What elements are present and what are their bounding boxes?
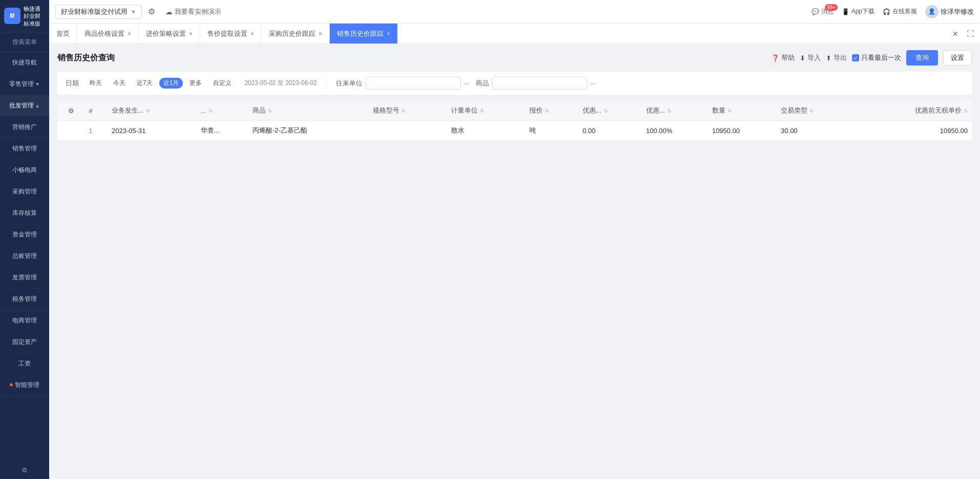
avatar: 👤 [925, 5, 939, 18]
date-btn-more[interactable]: 更多 [185, 77, 206, 89]
page-title: 销售历史价查询 [57, 53, 115, 63]
gear-icon: ⚙ [68, 107, 74, 115]
page-actions: ❓ 帮助 ⬇ 导入 ⬆ 导出 ✓ 只看最后一次 查询 设置 [771, 50, 972, 66]
date-btn-today[interactable]: 今天 [109, 77, 130, 89]
sidebar-item-ecommerce[interactable]: 电商管理 [0, 310, 49, 332]
sidebar-search[interactable]: 搜索菜单 [0, 33, 49, 52]
row-gear [57, 121, 85, 141]
col-header-product[interactable]: 商品 ⇅ [248, 101, 369, 121]
sort-icon-product: ⇅ [268, 108, 272, 114]
user-menu[interactable]: 👤 徐泽华修改 [925, 5, 974, 18]
tab-purchase-history[interactable]: 采购历史价跟踪 × [262, 24, 330, 44]
import-link[interactable]: ⬇ 导入 [800, 53, 821, 62]
sidebar-item-invoice[interactable]: 发票管理 [0, 267, 49, 289]
app-download-button[interactable]: 📱 App下载 [842, 7, 875, 16]
col-header-quantity[interactable]: 数量 ⇅ [708, 101, 777, 121]
product-input[interactable] [492, 77, 587, 90]
col-header-discount-rate[interactable]: 优惠... ⇅ [579, 101, 642, 121]
col-header-discount-price[interactable]: 优惠... ⇅ [642, 101, 708, 121]
cloud-icon: ☁ [165, 8, 173, 16]
source-input[interactable] [366, 77, 461, 90]
row-unit: 散水 [447, 121, 525, 141]
selector-arrow-icon: ▼ [131, 9, 136, 15]
source-label: 往来单位 [336, 79, 363, 88]
page-header: 销售历史价查询 ❓ 帮助 ⬇ 导入 ⬆ 导出 ✓ 只看最后一次 查 [57, 50, 972, 66]
tab-purchase-strategy[interactable]: 进价策略设置 × [139, 24, 200, 44]
sort-icon-quantity: ⇅ [728, 108, 732, 114]
date-buttons: 昨天 今天 近7天 近1月 更多 自定义 [85, 77, 236, 89]
sidebar-footer-settings[interactable]: ⚙ [0, 461, 49, 479]
sidebar-item-wholesale[interactable]: 批发管理 ▲ [0, 95, 49, 117]
row-pretax-price: 10950.00 [855, 121, 972, 141]
date-btn-last1m[interactable]: 近1月 [159, 78, 183, 89]
date-btn-yesterday[interactable]: 昨天 [85, 77, 106, 89]
col-header-biz-date[interactable]: 业务发生... ⇅ [108, 101, 197, 121]
headset-icon: 🎧 [883, 8, 890, 15]
tab-close-all-button[interactable]: ✕ [948, 28, 963, 40]
sort-icon-discount-price: ⇅ [667, 108, 671, 114]
checkbox-icon: ✓ [852, 54, 859, 61]
source-unit-field: 往来单位 ··· [336, 77, 470, 90]
tab-expand-button[interactable]: ⛶ [963, 28, 978, 40]
topbar-settings-icon[interactable]: ⚙ [148, 7, 155, 16]
product-field: 商品 ··· [476, 77, 596, 90]
col-header-pretax-price[interactable]: 优惠前无税单价 ⇅ [855, 101, 972, 121]
sidebar-item-inventory[interactable]: 库存核算 [0, 203, 49, 224]
settings-button[interactable]: 设置 [943, 50, 972, 66]
row-quoted-unit: 吨 [525, 121, 578, 141]
col-header-spec[interactable]: 规格型号 ⇅ [369, 101, 447, 121]
sidebar-item-tax[interactable]: 税务管理 [0, 289, 49, 310]
sidebar-item-salary[interactable]: 工资 [0, 353, 49, 375]
sidebar-item-quicknav[interactable]: 快捷导航 [0, 52, 49, 74]
demo-link[interactable]: ☁ 我要看实例演示 [161, 5, 225, 18]
tab-home[interactable]: 首页 [49, 24, 77, 44]
source-dots[interactable]: ··· [464, 79, 470, 87]
sidebar-item-ecommerce-small[interactable]: 小畅电商 [0, 160, 49, 181]
row-discount-price: 100.00% [642, 121, 708, 141]
only-last-checkbox[interactable]: ✓ 只看最后一次 [852, 53, 901, 62]
date-btn-custom[interactable]: 自定义 [208, 77, 236, 89]
col-header-unit[interactable]: 计量单位 ⇅ [447, 101, 525, 121]
sidebar-item-sales[interactable]: 销售管理 [0, 138, 49, 160]
messages-button[interactable]: 💬 消息 99+ [812, 7, 834, 16]
sidebar-item-assets[interactable]: 固定资产 [0, 332, 49, 353]
tab-close-price-settings[interactable]: × [127, 30, 131, 37]
logo-text: 畅捷通好业财 标准版 [24, 5, 45, 27]
product-label: 商品 [476, 79, 489, 88]
date-range: 2023-05-02 至 2023-06-02 [244, 79, 316, 88]
query-button[interactable]: 查询 [906, 50, 938, 66]
col-header-transaction-type[interactable]: 交易类型 ⇅ [777, 101, 855, 121]
help-link[interactable]: ❓ 帮助 [771, 53, 795, 62]
tab-close-sales-history[interactable]: × [387, 30, 390, 37]
tab-price-extract[interactable]: 售价提取设置 × [200, 24, 262, 44]
red-dot-icon [10, 383, 13, 386]
row-biz-date: 2023-05-31 [108, 121, 197, 141]
sidebar-item-purchase[interactable]: 采购管理 [0, 181, 49, 203]
tab-price-settings[interactable]: 商品价格设置 × [77, 24, 139, 44]
sidebar-item-retail[interactable]: 零售管理 ▼ [0, 74, 49, 95]
product-dots[interactable]: ··· [590, 79, 596, 87]
row-product: 丙烯酸-2-乙基己酯 [248, 121, 369, 141]
sidebar-item-accounting[interactable]: 总账管理 [0, 246, 49, 267]
col-header-dots[interactable]: ... ⇅ [197, 101, 248, 121]
tab-close-purchase-strategy[interactable]: × [189, 30, 193, 37]
row-discount-rate: 0.00 [579, 121, 642, 141]
col-header-gear[interactable]: ⚙ [57, 101, 85, 121]
export-link[interactable]: ⬆ 导出 [826, 53, 847, 62]
filter-divider-1 [326, 78, 327, 89]
col-header-quoted-price[interactable]: 报价 ⇅ [525, 101, 578, 121]
sidebar: 财 畅捷通好业财 标准版 搜索菜单 快捷导航 零售管理 ▼ 批发管理 ▲ 营销推… [0, 0, 49, 479]
data-table: ⚙ # 业务发生... ⇅ ... ⇅ [57, 101, 972, 141]
date-btn-last7[interactable]: 近7天 [132, 77, 157, 89]
sidebar-item-marketing[interactable]: 营销推广 [0, 117, 49, 138]
tab-sales-history[interactable]: 销售历史价跟踪 × [330, 24, 398, 44]
tab-close-purchase-history[interactable]: × [318, 30, 322, 37]
chevron-up-icon: ▲ [35, 103, 40, 108]
sidebar-item-smart[interactable]: 智能管理 [0, 375, 49, 396]
row-transaction-type: 30.00 [777, 121, 855, 141]
tab-close-price-extract[interactable]: × [250, 30, 254, 37]
sidebar-item-finance[interactable]: 资金管理 [0, 224, 49, 246]
version-selector[interactable]: 好业财标准版交付试用 ▼ [55, 5, 142, 19]
online-service-button[interactable]: 🎧 在线客服 [883, 7, 917, 16]
table-row[interactable]: 1 2023-05-31 华查... 丙烯酸-2-乙基己酯 散水 吨 0.00 … [57, 121, 972, 141]
